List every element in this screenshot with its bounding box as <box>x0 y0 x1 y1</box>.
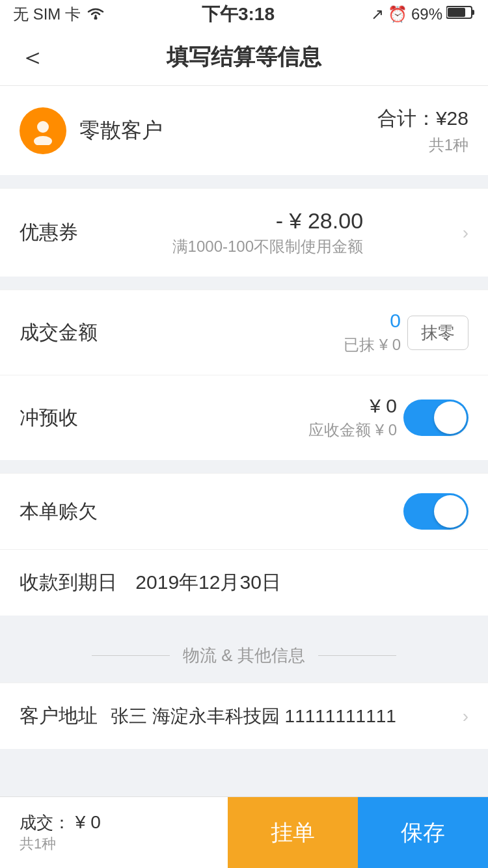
deal-section: 成交金额 0 已抹 ¥ 0 抹零 冲预收 ¥ 0 应收金额 ¥ 0 <box>0 290 488 460</box>
credit-section: 本单赊欠 收款到期日 2019年12月30日 <box>0 473 488 616</box>
prepayment-amount: ¥ 0 <box>308 395 397 417</box>
total-count: 共1种 <box>377 135 468 156</box>
avatar <box>20 107 66 154</box>
header-line-right <box>318 655 396 656</box>
round-zero-button[interactable]: 抹零 <box>407 316 468 350</box>
bottom-count: 共1种 <box>20 834 208 854</box>
svg-point-4 <box>37 121 49 133</box>
back-button[interactable]: ＜ <box>20 39 46 75</box>
coupon-section: 优惠券 - ¥ 28.00 满1000-100不限制使用金额 › <box>0 188 488 277</box>
address-row[interactable]: 客户地址 张三 海淀永丰科技园 11111111111 › <box>0 683 488 749</box>
customer-right: 合计：¥28 共1种 <box>377 105 468 156</box>
credit-toggle[interactable] <box>403 493 468 530</box>
battery-icon <box>446 5 475 23</box>
bottom-deal-label: 成交： <box>20 813 70 832</box>
nav-bar: ＜ 填写结算等信息 <box>0 29 488 86</box>
address-value: 张三 海淀永丰科技园 11111111111 <box>111 704 457 729</box>
location-icon: ↗ <box>371 5 384 23</box>
prepayment-right: ¥ 0 应收金额 ¥ 0 <box>308 395 468 441</box>
status-time: 下午3:18 <box>202 2 275 27</box>
header-line-left <box>92 655 170 656</box>
bottom-info: 成交： ¥ 0 共1种 <box>0 797 228 868</box>
deal-amount-right: 0 已抹 ¥ 0 抹零 <box>344 310 468 355</box>
nav-title: 填写结算等信息 <box>167 42 321 72</box>
address-chevron-icon: › <box>463 706 468 727</box>
prepayment-toggle[interactable] <box>403 400 468 436</box>
svg-rect-2 <box>472 10 474 15</box>
content: 零散客户 合计：¥28 共1种 优惠券 - ¥ 28.00 满1000-100不… <box>0 86 488 840</box>
customer-name: 零散客户 <box>79 116 163 145</box>
customer-row: 零散客户 合计：¥28 共1种 <box>0 86 488 175</box>
battery-text: 69% <box>411 5 442 23</box>
deal-amount-label: 成交金额 <box>20 319 98 346</box>
total-amount: 合计：¥28 <box>377 105 468 132</box>
credit-label: 本单赊欠 <box>20 498 98 525</box>
deal-amount-value-col: 0 已抹 ¥ 0 <box>344 310 401 355</box>
coupon-discount-amount: - ¥ 28.00 <box>172 208 363 234</box>
svg-point-0 <box>94 17 98 20</box>
deal-amount-row: 成交金额 0 已抹 ¥ 0 抹零 <box>0 290 488 375</box>
coupon-value-col: - ¥ 28.00 满1000-100不限制使用金额 <box>172 208 363 257</box>
prepayment-value-col: ¥ 0 应收金额 ¥ 0 <box>308 395 397 441</box>
address-section: 客户地址 张三 海淀永丰科技园 11111111111 › <box>0 683 488 749</box>
logistics-label: 物流 & 其他信息 <box>183 644 305 667</box>
due-date-value: 2019年12月30日 <box>135 571 280 593</box>
bottom-deal-row: 成交： ¥ 0 <box>20 811 208 834</box>
credit-right <box>403 493 468 530</box>
no-sim-text: 无 SIM 卡 <box>13 4 81 25</box>
coupon-desc: 满1000-100不限制使用金额 <box>172 236 363 257</box>
due-date-row: 收款到期日 2019年12月30日 <box>0 549 488 616</box>
bottom-bar: 成交： ¥ 0 共1种 挂单 保存 <box>0 796 488 868</box>
prepayment-label: 冲预收 <box>20 405 78 431</box>
alarm-icon: ⏰ <box>388 5 407 23</box>
coupon-label: 优惠券 <box>20 219 78 246</box>
save-button[interactable]: 保存 <box>358 797 488 868</box>
prepayment-sub: 应收金额 ¥ 0 <box>308 420 397 441</box>
deal-amount-value: 0 <box>344 310 401 332</box>
hang-button[interactable]: 挂单 <box>228 797 358 868</box>
due-date-label: 收款到期日 <box>20 571 117 593</box>
customer-section: 零散客户 合计：¥28 共1种 <box>0 86 488 175</box>
status-right: ↗ ⏰ 69% <box>371 5 475 23</box>
svg-point-5 <box>34 136 52 145</box>
coupon-chevron-icon: › <box>463 223 468 243</box>
bottom-deal-amount: ¥ 0 <box>75 812 101 832</box>
credit-row: 本单赊欠 <box>0 473 488 549</box>
credit-toggle-knob <box>434 495 467 528</box>
address-label: 客户地址 <box>20 703 98 729</box>
toggle-knob <box>434 401 467 434</box>
deal-amount-sub: 已抹 ¥ 0 <box>344 334 401 355</box>
status-bar: 无 SIM 卡 下午3:18 ↗ ⏰ 69% <box>0 0 488 29</box>
logistics-header: 物流 & 其他信息 <box>0 629 488 683</box>
customer-left: 零散客户 <box>20 107 163 154</box>
prepayment-row: 冲预收 ¥ 0 应收金额 ¥ 0 <box>0 375 488 460</box>
coupon-row[interactable]: 优惠券 - ¥ 28.00 满1000-100不限制使用金额 › <box>0 188 488 277</box>
svg-rect-3 <box>448 8 465 17</box>
status-left: 无 SIM 卡 <box>13 4 105 25</box>
wifi-icon <box>86 5 105 23</box>
